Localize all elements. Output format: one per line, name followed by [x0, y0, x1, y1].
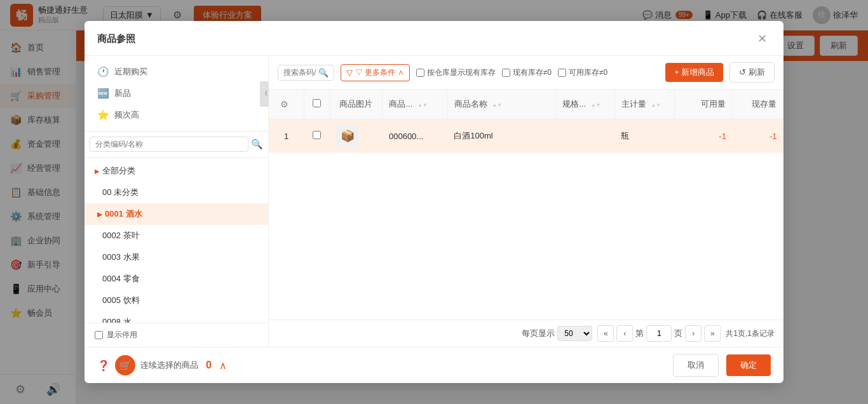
row-name: 白酒100ml — [447, 119, 555, 153]
product-search-wrap[interactable]: 🔍 — [278, 65, 334, 81]
modal-overlay: 商品参照 ✕ 🕐 近期购买 🆕 新品 — [0, 0, 868, 404]
cart-count: 0 — [206, 360, 212, 371]
category-0008-water[interactable]: 0008 水 — [85, 311, 268, 323]
frequent-icon: ⭐ — [97, 109, 109, 121]
more-filters-button[interactable]: ▽ ▽ 更多条件 ∧ — [341, 64, 410, 81]
table-header: ⚙ 商品图片 商品... ▲▼ — [269, 90, 783, 119]
col-header-stock[interactable]: 现存量 — [733, 90, 783, 119]
product-reference-modal: 商品参照 ✕ 🕐 近期购买 🆕 新品 — [85, 21, 783, 383]
row-unit: 瓶 — [614, 119, 675, 153]
page-number-input[interactable] — [646, 325, 672, 342]
prev-page-button[interactable]: ‹ — [616, 325, 633, 342]
product-search-icon[interactable]: 🔍 — [318, 68, 329, 77]
page-of-label: 页 — [674, 328, 682, 339]
modal-toolbar: 🔍 ▽ ▽ 更多条件 ∧ 按仓库显示现有库存 现有库存≠0 — [269, 56, 783, 90]
product-thumbnail: 📦 — [336, 125, 359, 147]
col-header-available[interactable]: 可用量 — [675, 90, 733, 119]
table-config-icon[interactable]: ⚙ — [275, 95, 293, 113]
page-navigation: « ‹ 第 页 › » — [597, 325, 721, 342]
per-page-dropdown[interactable]: 50 20 100 — [557, 326, 592, 341]
first-page-button[interactable]: « — [597, 325, 614, 342]
row-check[interactable] — [304, 119, 330, 153]
modal-right-panel: 🔍 ▽ ▽ 更多条件 ∧ 按仓库显示现有库存 现有库存≠0 — [269, 56, 783, 347]
row-code: 000600... — [383, 119, 447, 153]
page-label: 第 — [635, 328, 644, 339]
col-header-config: ⚙ — [269, 90, 304, 119]
add-product-button[interactable]: + 新增商品 — [665, 63, 723, 82]
category-0005-drinks[interactable]: 0005 饮料 — [85, 290, 268, 311]
category-0001-liquor[interactable]: ▶ 0001 酒水 — [85, 203, 268, 225]
last-page-button[interactable]: » — [704, 325, 721, 342]
category-0002-tea[interactable]: 0002 茶叶 — [85, 225, 268, 246]
stock-nonzero-filter: 现有库存≠0 — [502, 67, 552, 78]
recent-icon: 🕐 — [97, 66, 109, 77]
new-icon: 🆕 — [97, 88, 109, 99]
tab-new-products[interactable]: 🆕 新品 — [90, 83, 263, 104]
row-num: 1 — [269, 119, 304, 153]
show-disabled-label[interactable]: 显示停用 — [107, 330, 137, 340]
modal-header: 商品参照 ✕ — [85, 21, 783, 56]
cart-collapse-icon[interactable]: ∧ — [219, 360, 227, 372]
category-search: 🔍 — [85, 131, 268, 158]
category-0003-fruit[interactable]: 0003 水果 — [85, 246, 268, 268]
category-all[interactable]: ▶ 全部分类 — [85, 160, 268, 182]
col-header-code[interactable]: 商品... ▲▼ — [383, 90, 447, 119]
select-all-checkbox[interactable] — [313, 99, 321, 107]
modal-title: 商品参照 — [97, 33, 135, 45]
col-header-check — [304, 90, 330, 119]
confirm-button[interactable]: 确定 — [726, 354, 771, 376]
category-search-input[interactable] — [90, 137, 248, 152]
row-spec — [556, 119, 614, 153]
available-nonzero-checkbox[interactable] — [558, 69, 566, 77]
table-body: 1 📦 000600... 白酒100ml 瓶 — [269, 119, 783, 153]
tab-frequent[interactable]: ⭐ 频次高 — [90, 104, 263, 126]
warehouse-filter: 按仓库显示现有库存 — [416, 67, 496, 78]
col-header-unit[interactable]: 主计量 ▲▼ — [614, 90, 675, 119]
category-00-uncategorized[interactable]: 00 未分类 — [85, 182, 268, 203]
left-bottom: 显示停用 — [85, 323, 268, 347]
row-stock: -1 — [733, 119, 783, 153]
cancel-button[interactable]: 取消 — [673, 354, 719, 377]
page-total-text: 共1页,1条记录 — [726, 328, 775, 339]
modal-body: 🕐 近期购买 🆕 新品 ⭐ 频次高 《 — [85, 56, 783, 347]
available-nonzero-filter: 可用库存≠0 — [558, 67, 607, 78]
table-row[interactable]: 1 📦 000600... 白酒100ml 瓶 — [269, 119, 783, 153]
warehouse-filter-checkbox[interactable] — [416, 69, 424, 77]
cart-area: ❓ 🛒 连续选择的商品 0 ∧ — [97, 355, 665, 375]
help-icon[interactable]: ❓ — [97, 360, 110, 372]
stock-nonzero-checkbox[interactable] — [502, 69, 510, 77]
col-header-spec[interactable]: 规格... ▲▼ — [556, 90, 614, 119]
pagination-bar: 每页显示 50 20 100 « ‹ 第 页 › — [269, 320, 783, 347]
col-header-name[interactable]: 商品名称 ▲▼ — [447, 90, 555, 119]
tab-recent-purchase[interactable]: 🕐 近期购买 — [90, 61, 263, 83]
next-page-button[interactable]: › — [685, 325, 702, 342]
row-image: 📦 — [330, 119, 383, 153]
col-header-image: 商品图片 — [330, 90, 383, 119]
show-disabled-checkbox[interactable] — [95, 331, 103, 339]
modal-close-button[interactable]: ✕ — [753, 30, 771, 48]
left-nav-top: 🕐 近期购买 🆕 新品 ⭐ 频次高 《 — [85, 56, 268, 131]
row-available: -1 — [675, 119, 733, 153]
modal-left-panel: 🕐 近期购买 🆕 新品 ⭐ 频次高 《 — [85, 56, 269, 347]
category-0004-snacks[interactable]: 0004 零食 — [85, 268, 268, 290]
modal-footer: ❓ 🛒 连续选择的商品 0 ∧ 取消 确定 — [85, 347, 783, 383]
left-nav-tabs: 🕐 近期购买 🆕 新品 ⭐ 频次高 — [85, 56, 268, 131]
product-search-input[interactable] — [283, 68, 316, 77]
cart-icon[interactable]: 🛒 — [115, 355, 135, 375]
refresh-table-button[interactable]: ↺ 刷新 — [729, 62, 775, 83]
cart-text: 连续选择的商品 — [140, 360, 198, 371]
left-panel-collapse-button[interactable]: 《 — [260, 81, 269, 107]
product-table: ⚙ 商品图片 商品... ▲▼ — [269, 90, 783, 153]
category-search-icon[interactable]: 🔍 — [251, 138, 263, 150]
category-tree: ▶ 全部分类 00 未分类 ▶ 0001 酒水 0002 茶叶 0003 水果 — [85, 158, 268, 323]
per-page-select: 每页显示 50 20 100 — [522, 326, 592, 341]
product-table-wrap: ⚙ 商品图片 商品... ▲▼ — [269, 90, 783, 320]
